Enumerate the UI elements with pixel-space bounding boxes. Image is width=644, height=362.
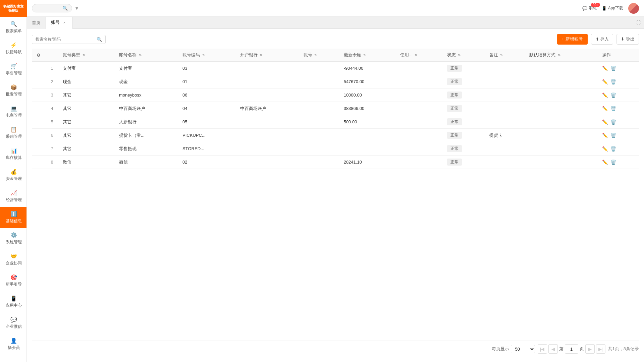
delete-icon[interactable]: 🗑️	[610, 106, 616, 111]
col-account-code[interactable]: 账号编码 ⇅	[178, 49, 236, 62]
add-account-button[interactable]: + 新增账号	[557, 34, 588, 45]
row-latest-balance: 547670.00	[340, 75, 396, 88]
sidebar-label-app-center: 应用中心	[6, 303, 22, 308]
tab-expand-button[interactable]: ⛶	[636, 20, 641, 25]
page-number-input[interactable]	[565, 344, 578, 354]
sidebar-item-new-guide[interactable]: 🎯 新手引导	[0, 270, 26, 291]
edit-icon[interactable]: ✏️	[602, 79, 608, 84]
sidebar-label-quick-nav: 快捷导航	[6, 49, 22, 55]
tab-account[interactable]: 账号 ×	[46, 17, 72, 29]
row-status: 正常	[443, 142, 485, 156]
delete-icon[interactable]: 🗑️	[610, 160, 616, 165]
sidebar-item-wholesale-mgmt[interactable]: 📦 批发管理	[0, 80, 26, 101]
edit-icon[interactable]: ✏️	[602, 106, 608, 111]
next-page-button[interactable]: ▶	[585, 344, 595, 354]
sidebar-item-finance-mgmt[interactable]: 💰 资金管理	[0, 165, 26, 186]
edit-icon[interactable]: ✏️	[602, 93, 608, 98]
prev-page-button[interactable]: ◀	[548, 344, 558, 354]
row-actions: ✏️ 🗑️	[598, 75, 639, 88]
sidebar-item-inventory[interactable]: 📊 库存核算	[0, 143, 26, 165]
col-usage[interactable]: 使用... ⇅	[396, 49, 443, 62]
sidebar-label-search-menu: 搜索菜单	[6, 28, 22, 34]
account-search-box[interactable]: 🔍	[32, 35, 106, 44]
sidebar-item-retail-mgmt[interactable]: 🛒 零售管理	[0, 59, 26, 80]
expand-icon: ⛶	[636, 20, 641, 25]
app-download-icon: 📱	[602, 6, 607, 11]
col-account-name[interactable]: 账号名称 ⇅	[115, 49, 178, 62]
topbar-search-input[interactable]	[36, 6, 62, 11]
col-account-no[interactable]: 账号 ⇅	[300, 49, 340, 62]
app-download-button[interactable]: 📱 App下载	[602, 5, 623, 11]
delete-icon[interactable]: 🗑️	[610, 146, 616, 152]
page-suffix-label: 页	[580, 346, 584, 352]
row-account-no	[300, 156, 340, 169]
account-table: ⚙ 账号类型 ⇅ 账号名称 ⇅ 账号编码 ⇅ 开户银行 ⇅ 账号 ⇅ 最新余额 …	[32, 49, 639, 169]
row-account-type: 其它	[59, 115, 115, 129]
col-account-type[interactable]: 账号类型 ⇅	[59, 49, 115, 62]
message-button[interactable]: 💬 消息 99+	[582, 5, 597, 11]
col-settings[interactable]: ⚙	[32, 49, 45, 62]
app-logo-text: 畅销圈好生意 畅销版	[3, 4, 23, 13]
row-bank	[236, 88, 300, 102]
main-area: 🔍 ▾ 💬 消息 99+ 📱 App下载 首页 账号 × ⛶	[27, 0, 644, 362]
per-page-dropdown[interactable]: 50 10 20 100	[511, 345, 535, 353]
row-account-type: 其它	[59, 142, 115, 156]
delete-icon[interactable]: 🗑️	[610, 119, 616, 125]
col-bank[interactable]: 开户银行 ⇅	[236, 49, 300, 62]
col-remark[interactable]: 备注 ⇅	[485, 49, 526, 62]
per-page-label: 每页显示	[492, 346, 509, 352]
edit-icon[interactable]: ✏️	[602, 146, 608, 152]
account-search-input[interactable]	[36, 37, 95, 42]
sidebar-item-ecommerce-mgmt[interactable]: 💻 电商管理	[0, 101, 26, 122]
app-download-label: App下载	[608, 5, 623, 11]
row-num: 2	[45, 75, 59, 88]
sidebar-item-member[interactable]: 👤 畅会员	[0, 334, 26, 355]
row-remark	[485, 62, 526, 75]
sidebar-item-enterprise-agreement[interactable]: 🤝 企业协同	[0, 249, 26, 270]
sidebar-item-basic-info[interactable]: ℹ️ 基础信息	[0, 207, 26, 228]
row-bank	[236, 129, 300, 142]
sidebar-item-search-menu[interactable]: 🔍 搜索菜单	[0, 17, 26, 38]
import-button[interactable]: ⬆ 导入	[591, 34, 613, 45]
delete-icon[interactable]: 🗑️	[610, 79, 616, 84]
delete-icon[interactable]: 🗑️	[610, 66, 616, 71]
edit-icon[interactable]: ✏️	[602, 160, 608, 165]
export-button[interactable]: ⬇ 导出	[616, 34, 639, 45]
topbar-chevron-icon[interactable]: ▾	[75, 5, 78, 11]
tab-account-close[interactable]: ×	[62, 20, 67, 25]
row-latest-balance: 28241.10	[340, 156, 396, 169]
first-page-button[interactable]: |◀	[538, 344, 547, 354]
row-remark: 提货卡	[485, 129, 526, 142]
row-actions: ✏️ 🗑️	[598, 62, 639, 75]
row-settings	[32, 156, 45, 169]
edit-icon[interactable]: ✏️	[602, 119, 608, 125]
sidebar-label-purchase-mgmt: 采购管理	[6, 134, 22, 139]
last-page-button[interactable]: ▶|	[596, 344, 605, 354]
tabbar: 首页 账号 × ⛶	[27, 17, 644, 29]
sidebar-icon-finance-mgmt: 💰	[10, 169, 17, 175]
topbar-search[interactable]: 🔍	[32, 4, 72, 12]
row-status: 正常	[443, 62, 485, 75]
sidebar-item-purchase-mgmt[interactable]: 📋 采购管理	[0, 122, 26, 143]
sidebar-item-quick-nav[interactable]: ⚡ 快捷导航	[0, 38, 26, 59]
delete-icon[interactable]: 🗑️	[610, 93, 616, 98]
row-default-settlement	[525, 75, 598, 88]
sidebar-label-operations-mgmt: 经营管理	[6, 197, 22, 203]
edit-icon[interactable]: ✏️	[602, 66, 608, 71]
row-usage	[396, 156, 443, 169]
user-avatar[interactable]	[628, 3, 639, 14]
sidebar-item-system-mgmt[interactable]: ⚙️ 系统管理	[0, 228, 26, 249]
edit-icon[interactable]: ✏️	[602, 133, 608, 138]
row-account-name: 大新银行	[115, 115, 178, 129]
col-default-settlement[interactable]: 默认结算方式 ⇅	[525, 49, 598, 62]
sidebar-item-app-center[interactable]: 📱 应用中心	[0, 291, 26, 312]
delete-icon[interactable]: 🗑️	[610, 133, 616, 138]
tab-home[interactable]: 首页	[27, 17, 46, 29]
col-status[interactable]: 状态 ⇅	[443, 49, 485, 62]
row-account-type: 其它	[59, 129, 115, 142]
row-status: 正常	[443, 156, 485, 169]
row-status: 正常	[443, 102, 485, 115]
sidebar-item-operations-mgmt[interactable]: 📈 经营管理	[0, 186, 26, 207]
sidebar-item-enterprise-wechat[interactable]: 💬 企业微信	[0, 312, 26, 334]
col-latest-balance[interactable]: 最新余额 ⇅	[340, 49, 396, 62]
